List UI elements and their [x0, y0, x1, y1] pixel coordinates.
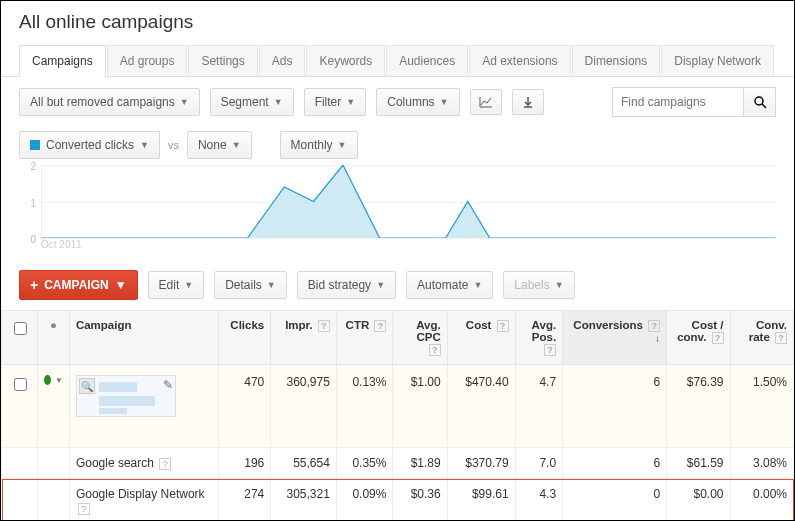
magnifier-icon[interactable]: 🔍 [79, 378, 95, 394]
columns-dropdown[interactable]: Columns▼ [376, 88, 459, 116]
help-icon[interactable]: ? [429, 344, 441, 356]
search-button[interactable] [743, 88, 775, 116]
filter-dropdown[interactable]: Filter▼ [304, 88, 367, 116]
tab-keywords[interactable]: Keywords [306, 45, 385, 76]
help-icon[interactable]: ? [497, 320, 509, 332]
tab-campaigns[interactable]: Campaigns [19, 45, 106, 77]
status-enabled-icon [44, 375, 51, 385]
main-tabs: CampaignsAd groupsSettingsAdsKeywordsAud… [1, 45, 794, 77]
help-icon[interactable]: ? [78, 503, 90, 515]
col-cost-conv-[interactable]: Cost / conv. ? [667, 311, 730, 365]
segment-dropdown[interactable]: Segment▼ [210, 88, 294, 116]
col-ctr[interactable]: CTR ? [336, 311, 393, 365]
tab-display-network[interactable]: Display Network [661, 45, 774, 76]
edit-dropdown[interactable]: Edit▼ [148, 271, 205, 299]
labels-dropdown[interactable]: Labels▼ [503, 271, 574, 299]
col-conv-rate[interactable]: Conv. rate ? [730, 311, 793, 365]
col-cost[interactable]: Cost ? [447, 311, 515, 365]
help-icon[interactable]: ? [159, 458, 171, 470]
download-icon-button[interactable] [512, 89, 544, 115]
automate-dropdown[interactable]: Automate▼ [406, 271, 493, 299]
tab-ad-extensions[interactable]: Ad extensions [469, 45, 570, 76]
table-row[interactable]: ▼🔍✎470360,9750.13%$1.00$470.404.76$76.39… [2, 365, 794, 448]
campaign-filter-dropdown[interactable]: All but removed campaigns▼ [19, 88, 200, 116]
col-impr-[interactable]: Impr. ? [271, 311, 337, 365]
campaigns-table: ●CampaignClicksImpr. ?CTR ?Avg. CPC ?Cos… [1, 310, 794, 521]
col-conversions[interactable]: Conversions ? ↓ [563, 311, 667, 365]
help-icon[interactable]: ? [648, 320, 660, 332]
help-icon[interactable]: ? [775, 332, 787, 344]
vs-label: vs [168, 139, 179, 151]
details-dropdown[interactable]: Details▼ [214, 271, 287, 299]
svg-point-2 [755, 97, 763, 105]
col-avg-cpc[interactable]: Avg. CPC ? [393, 311, 447, 365]
sort-down-icon: ↓ [655, 333, 660, 344]
tab-ad-groups[interactable]: Ad groups [107, 45, 188, 76]
campaign-thumb[interactable]: 🔍✎ [76, 375, 176, 417]
help-icon[interactable]: ? [544, 344, 556, 356]
page-title: All online campaigns [1, 1, 794, 39]
table-row[interactable]: Google search ?19655,6540.35%$1.89$370.7… [2, 448, 794, 479]
select-all-checkbox[interactable] [14, 322, 27, 335]
metric1-dropdown[interactable]: Converted clicks▼ [19, 131, 160, 159]
add-campaign-button[interactable]: +CAMPAIGN▼ [19, 270, 138, 300]
col-blank[interactable]: ● [38, 311, 70, 365]
col-campaign[interactable]: Campaign [69, 311, 218, 365]
tab-dimensions[interactable]: Dimensions [572, 45, 661, 76]
row-checkbox[interactable] [14, 378, 27, 391]
tab-audiences[interactable]: Audiences [386, 45, 468, 76]
col-blank[interactable] [2, 311, 38, 365]
help-icon[interactable]: ? [712, 332, 724, 344]
table-row[interactable]: Google Display Network ?274305,3210.09%$… [2, 479, 794, 522]
granularity-dropdown[interactable]: Monthly▼ [280, 131, 358, 159]
search-input[interactable] [613, 89, 743, 115]
chart-area: 2 1 0 [41, 165, 776, 239]
plus-icon: + [30, 280, 38, 290]
col-clicks[interactable]: Clicks [219, 311, 271, 365]
help-icon[interactable]: ? [318, 320, 330, 332]
tab-settings[interactable]: Settings [188, 45, 257, 76]
bid-strategy-dropdown[interactable]: Bid strategy▼ [297, 271, 396, 299]
chart-xlabel: Oct 2011 [1, 239, 794, 250]
pencil-icon[interactable]: ✎ [163, 378, 173, 392]
help-icon[interactable]: ? [374, 320, 386, 332]
chart-icon-button[interactable] [470, 89, 502, 115]
tab-ads[interactable]: Ads [259, 45, 306, 76]
metric2-dropdown[interactable]: None▼ [187, 131, 252, 159]
svg-line-3 [762, 104, 766, 108]
search-box [612, 87, 776, 117]
metric1-color-icon [30, 140, 40, 150]
col-avg-pos-[interactable]: Avg. Pos. ? [515, 311, 563, 365]
